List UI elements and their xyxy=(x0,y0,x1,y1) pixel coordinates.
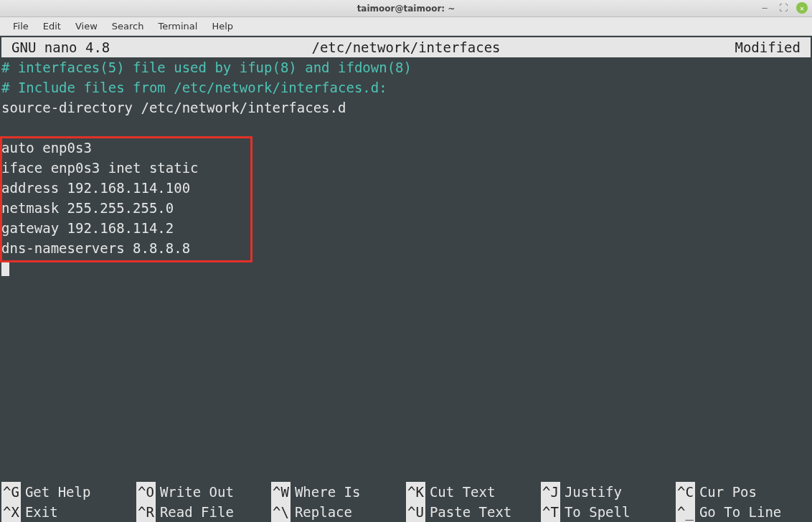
editor-body[interactable]: # interfaces(5) file used by ifup(8) and… xyxy=(0,57,812,278)
shortcut-cut-text[interactable]: ^KCut Text xyxy=(406,482,541,502)
shortcut-to-spell[interactable]: ^TTo Spell xyxy=(541,502,676,522)
shortcut-key: ^J xyxy=(541,482,560,502)
menu-view[interactable]: View xyxy=(68,19,105,34)
editor-line: iface enp0s3 inet static xyxy=(1,158,811,178)
shortcut-label: Exit xyxy=(25,502,58,522)
shortcut-label: Write Out xyxy=(160,482,234,502)
shortcut-key: ^X xyxy=(1,502,21,522)
editor-line: address 192.168.114.100 xyxy=(1,178,811,198)
minimize-button[interactable]: ‒ xyxy=(759,2,770,14)
menu-edit[interactable]: Edit xyxy=(36,19,68,34)
editor-line-comment: # Include files from /etc/network/interf… xyxy=(1,77,811,98)
terminal[interactable]: GNU nano 4.8 /etc/network/interfaces Mod… xyxy=(0,37,812,522)
shortcut-key: ^\ xyxy=(271,502,291,522)
shortcut-key: ^_ xyxy=(676,502,695,522)
shortcut-label: Get Help xyxy=(25,482,91,502)
window-controls: ‒ ⛶ ✕ xyxy=(759,2,808,14)
editor-line-comment: # interfaces(5) file used by ifup(8) and… xyxy=(1,57,811,77)
shortcut-key: ^W xyxy=(271,482,291,502)
editor-line: netmask 255.255.255.0 xyxy=(1,198,811,218)
shortcut-exit[interactable]: ^XExit xyxy=(1,502,136,522)
window-title: taimoor@taimoor: ~ xyxy=(357,4,455,14)
shortcut-read-file[interactable]: ^RRead File xyxy=(136,502,271,522)
shortcut-go-to-line[interactable]: ^_Go To Line xyxy=(676,502,811,522)
shortcut-get-help[interactable]: ^GGet Help xyxy=(1,482,136,502)
menu-terminal[interactable]: Terminal xyxy=(151,19,204,34)
shortcut-label: To Spell xyxy=(565,502,631,522)
shortcut-replace[interactable]: ^\Replace xyxy=(271,502,406,522)
nano-header: GNU nano 4.8 /etc/network/interfaces Mod… xyxy=(1,37,811,57)
shortcut-where-is[interactable]: ^WWhere Is xyxy=(271,482,406,502)
editor-line-blank xyxy=(1,118,811,138)
editor-line: dns-nameservers 8.8.8.8 xyxy=(1,238,811,258)
shortcut-paste-text[interactable]: ^UPaste Text xyxy=(406,502,541,522)
shortcut-row: ^GGet Help ^OWrite Out ^WWhere Is ^KCut … xyxy=(1,482,811,502)
shortcut-key: ^K xyxy=(406,482,425,502)
shortcut-label: Justify xyxy=(565,482,622,502)
shortcut-label: Cut Text xyxy=(430,482,496,502)
cursor-icon xyxy=(1,260,9,276)
nano-shortcuts: ^GGet Help ^OWrite Out ^WWhere Is ^KCut … xyxy=(1,482,811,522)
shortcut-label: Cur Pos xyxy=(699,482,757,502)
close-button[interactable]: ✕ xyxy=(796,2,808,14)
shortcut-justify[interactable]: ^JJustify xyxy=(541,482,676,502)
menu-file[interactable]: File xyxy=(6,19,36,34)
menubar: File Edit View Search Terminal Help xyxy=(0,17,812,36)
editor-line: auto enp0s3 xyxy=(1,138,811,158)
shortcut-label: Read File xyxy=(160,502,234,522)
menu-help[interactable]: Help xyxy=(204,19,240,34)
shortcut-key: ^C xyxy=(676,482,695,502)
nano-app-name: GNU nano 4.8 xyxy=(11,37,110,57)
shortcut-label: Replace xyxy=(295,502,352,522)
shortcut-key: ^T xyxy=(541,502,560,522)
shortcut-label: Paste Text xyxy=(430,502,511,522)
window-titlebar: taimoor@taimoor: ~ ‒ ⛶ ✕ xyxy=(0,0,812,17)
editor-line: gateway 192.168.114.2 xyxy=(1,218,811,238)
shortcut-key: ^R xyxy=(136,502,156,522)
editor-cursor-line xyxy=(1,258,811,278)
editor-line: source-directory /etc/network/interfaces… xyxy=(1,98,811,118)
shortcut-write-out[interactable]: ^OWrite Out xyxy=(136,482,271,502)
shortcut-row: ^XExit ^RRead File ^\Replace ^UPaste Tex… xyxy=(1,502,811,522)
menu-search[interactable]: Search xyxy=(105,19,151,34)
shortcut-cur-pos[interactable]: ^CCur Pos xyxy=(676,482,811,502)
shortcut-key: ^O xyxy=(136,482,156,502)
maximize-button[interactable]: ⛶ xyxy=(778,2,789,14)
shortcut-key: ^G xyxy=(1,482,21,502)
shortcut-label: Where Is xyxy=(295,482,361,502)
shortcut-label: Go To Line xyxy=(699,502,781,522)
nano-status: Modified xyxy=(735,37,801,57)
shortcut-key: ^U xyxy=(406,502,425,522)
nano-file-path: /etc/network/interfaces xyxy=(311,37,500,57)
